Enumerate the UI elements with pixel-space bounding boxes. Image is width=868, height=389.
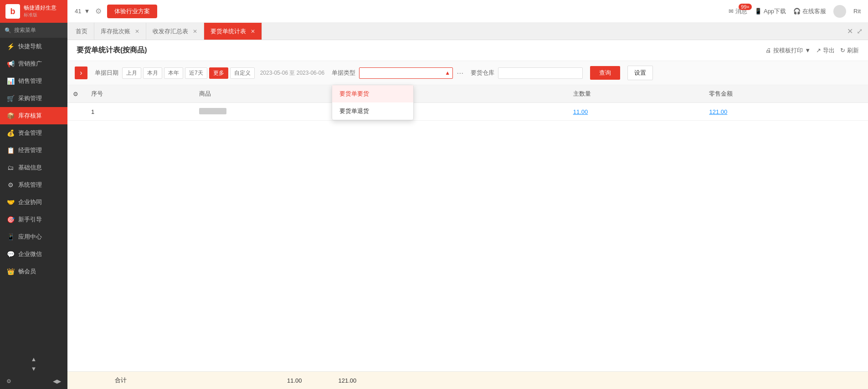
type-filter-group: 单据类型 ▲ ··· — [332, 67, 463, 79]
sidebar-item-shortcut[interactable]: ⚡快捷导航 — [0, 38, 67, 55]
order-stats-close-icon[interactable]: ✕ — [251, 28, 255, 35]
tabs-expand-icon[interactable]: ⤢ — [857, 27, 863, 36]
sidebar-item-inventory[interactable]: 📦库存核算 — [0, 107, 67, 124]
online-service-item[interactable]: 🎧 在线客服 — [793, 7, 826, 15]
tab-collect-summary[interactable]: 收发存汇总表 ✕ — [146, 23, 204, 40]
date-btn-last-month[interactable]: 上月 — [122, 67, 141, 79]
footer-amount: 121.00 — [320, 377, 375, 384]
type-filter-label: 单据类型 — [332, 69, 355, 77]
nav-label-inventory: 库存核算 — [18, 112, 42, 120]
main-content: 41 ▼ ⚙ 体验行业方案 ✉ 消息 99+ 📱 App下载 🎧 在线客服 Ri… — [67, 0, 868, 389]
date-buttons: 上月 本月 本年 近7天 更多 自定义 — [122, 67, 255, 79]
message-icon: ✉ — [729, 8, 734, 15]
date-btn-custom[interactable]: 自定义 — [230, 67, 255, 79]
export-label: 导出 — [823, 46, 835, 55]
search-menu-item[interactable]: 🔍 搜索菜单 — [0, 23, 67, 38]
warehouse-select-wrapper[interactable] — [498, 67, 583, 79]
table-body: 1 块 11.00 121.00 — [67, 103, 868, 121]
sales-icon: 📊 — [6, 77, 15, 85]
th-amount: 零售金额 — [704, 85, 868, 103]
type-select-input[interactable] — [359, 67, 453, 79]
sidebar-scroll-down[interactable]: ▼ — [0, 364, 67, 374]
export-button[interactable]: ↗ 导出 — [816, 46, 835, 55]
sidebar-item-purchase[interactable]: 🛒采购管理 — [0, 90, 67, 107]
tab-batch-account[interactable]: 库存批次账 ✕ — [94, 23, 146, 40]
date-filter-group: 单据日期 上月 本月 本年 近7天 更多 自定义 2023-05-06 至 20… — [95, 67, 324, 79]
newbie-icon: 🎯 — [6, 215, 15, 224]
page-actions: 🖨 按模板打印 ▼ ↗ 导出 ↻ 刷新 — [765, 46, 859, 55]
header-right: ✉ 消息 99+ 📱 App下载 🎧 在线客服 Rit — [729, 5, 861, 18]
store-selector[interactable]: 41 ▼ — [75, 8, 90, 15]
user-avatar[interactable] — [833, 5, 846, 18]
sidebar-item-members[interactable]: 👑畅会员 — [0, 263, 67, 280]
nav-label-enterprise: 企业协同 — [18, 198, 42, 206]
warehouse-filter-label: 要货仓库 — [471, 69, 494, 77]
app-download-item[interactable]: 📱 App下载 — [755, 7, 786, 15]
cell-settings — [67, 103, 86, 121]
sidebar-toggle-icon[interactable]: ◀▶ — [53, 378, 61, 384]
print-button[interactable]: 🖨 按模板打印 ▼ — [765, 46, 811, 55]
sidebar-item-app-center[interactable]: 📱应用中心 — [0, 228, 67, 246]
refresh-button[interactable]: ↻ 刷新 — [840, 46, 859, 55]
dropdown-goods-label: 要货单要货 — [339, 90, 369, 97]
message-badge-item[interactable]: ✉ 消息 99+ — [729, 7, 747, 15]
search-menu-label: 搜索菜单 — [14, 26, 36, 34]
nav-label-sales: 销售管理 — [18, 77, 42, 85]
header-settings-icon[interactable]: ⚙ — [95, 7, 102, 15]
tab-order-stats[interactable]: 要货单统计表 ✕ — [204, 23, 262, 40]
settings-icon[interactable]: ⚙ — [6, 378, 11, 384]
date-btn-7days[interactable]: 近7天 — [185, 67, 207, 79]
user-name: Rit — [853, 8, 861, 15]
tab-home[interactable]: 首页 — [69, 23, 94, 40]
page-header: 要货单统计表(按商品) 🖨 按模板打印 ▼ ↗ 导出 ↻ 刷新 — [67, 40, 868, 61]
sidebar-item-system[interactable]: ⚙系统管理 — [0, 176, 67, 194]
sidebar-item-enterprise[interactable]: 🤝企业协同 — [0, 194, 67, 211]
qty-value[interactable]: 11.00 — [573, 108, 588, 115]
batch-account-close-icon[interactable]: ✕ — [135, 28, 139, 35]
date-btn-more[interactable]: 更多 — [209, 67, 228, 79]
settings-button[interactable]: 设置 — [627, 66, 653, 80]
cell-no: 1 — [86, 103, 194, 121]
app-download-label: App下载 — [764, 7, 786, 15]
header-left: 41 ▼ ⚙ 体验行业方案 — [75, 5, 157, 18]
store-dropdown-icon: ▼ — [84, 8, 90, 15]
footer-label: 合计 — [109, 376, 132, 384]
type-dropdown: 要货单要货 要货单退货 — [332, 85, 414, 120]
inventory-icon: 📦 — [6, 112, 15, 120]
sidebar-scroll-up[interactable]: ▲ — [0, 354, 67, 364]
batch-account-label: 库存批次账 — [101, 27, 130, 36]
query-button[interactable]: 查询 — [590, 66, 620, 80]
logo-icon: b — [5, 4, 20, 19]
operations-icon: 📋 — [6, 146, 15, 154]
app-logo: b 畅捷通好生意 标准版 — [0, 0, 67, 23]
dropdown-item-return[interactable]: 要货单退货 — [332, 102, 413, 120]
date-btn-this-year[interactable]: 本年 — [164, 67, 183, 79]
sidebar-item-newbie[interactable]: 🎯新手引导 — [0, 211, 67, 228]
warehouse-select-input[interactable] — [502, 70, 579, 77]
date-btn-this-month[interactable]: 本月 — [143, 67, 162, 79]
page-title: 要货单统计表(按商品) — [77, 46, 147, 55]
th-settings[interactable]: ⚙ — [67, 85, 86, 103]
date-filter-label: 单据日期 — [95, 69, 118, 77]
nav-label-app-center: 应用中心 — [18, 233, 42, 241]
filter-expand-button[interactable]: › — [75, 67, 87, 79]
amount-value[interactable]: 121.00 — [709, 108, 727, 115]
app-version: 标准版 — [24, 12, 56, 18]
sidebar-bottom: ⚙ ◀▶ — [0, 374, 67, 389]
sidebar-item-finance[interactable]: 💰资金管理 — [0, 124, 67, 142]
trial-button[interactable]: 体验行业方案 — [107, 5, 157, 18]
members-icon: 👑 — [6, 267, 15, 276]
collect-summary-close-icon[interactable]: ✕ — [193, 28, 197, 35]
sidebar-item-marketing-promo[interactable]: 📢营销推广 — [0, 55, 67, 72]
logo-text-block: 畅捷通好生意 标准版 — [24, 5, 56, 18]
sidebar-item-operations[interactable]: 📋经营管理 — [0, 142, 67, 159]
sidebar-item-sales[interactable]: 📊销售管理 — [0, 72, 67, 90]
tabs-close-all-icon[interactable]: ✕ — [847, 27, 853, 36]
home-tab-label: 首页 — [76, 27, 87, 36]
dropdown-item-goods[interactable]: 要货单要货 — [332, 85, 413, 102]
wechat-biz-icon: 💬 — [6, 250, 15, 258]
sidebar-item-base-info[interactable]: 🗂基础信息 — [0, 159, 67, 176]
type-filter-more-icon[interactable]: ··· — [457, 68, 463, 78]
sidebar-item-wechat-biz[interactable]: 💬企业微信 — [0, 246, 67, 263]
type-select-wrapper: ▲ — [359, 67, 453, 79]
